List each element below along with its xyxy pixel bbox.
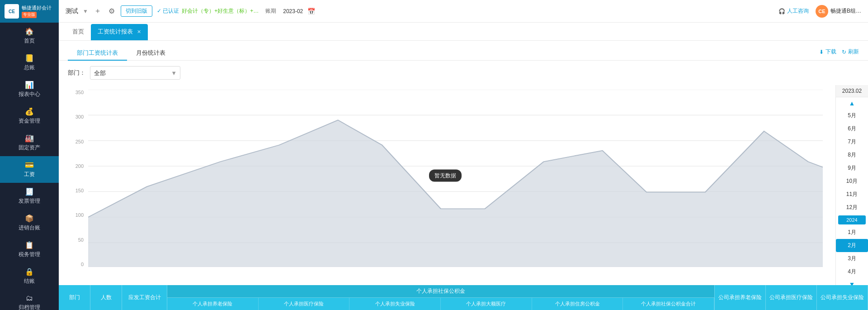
- sidebar-item-closing[interactable]: 🔒 结账: [0, 263, 59, 290]
- date-panel: 2023.02 ▲ 5月 6月 7月 8月 9月 10月 11月 12月 202…: [835, 85, 868, 285]
- y-label-50: 50: [78, 237, 84, 243]
- date-nav-down[interactable]: ▼: [836, 278, 868, 285]
- date-month-7[interactable]: 7月: [836, 135, 868, 148]
- th-medical: 个人承担医疗保险: [259, 298, 350, 310]
- topbar-right: 🎧 人工咨询 CE 畅捷通B组…: [778, 5, 861, 18]
- date-month-9[interactable]: 9月: [836, 162, 868, 175]
- salary-icon: 💳: [25, 161, 34, 169]
- filter-row: 部门： 全部 销售部 财务部 人事部 技术部 ▼: [59, 61, 868, 85]
- home-icon: 🏠: [25, 27, 34, 36]
- th-dept: 部门: [59, 285, 90, 310]
- tabs-bar: 首页 工资统计报表 ✕: [59, 23, 868, 41]
- chart-svg-wrapper: 350 300 250 200 150 100 50 0: [68, 90, 823, 281]
- ledger-icon: 📒: [25, 54, 34, 62]
- funds-icon: 💰: [25, 107, 34, 116]
- th-total-salary: 应发工资合计: [122, 285, 167, 310]
- topbar: 测试 ▼ ＋ ⚙ 切到旧版 ✓ 已认证 好会计（专）+好生意（标）+… 账期 2…: [59, 0, 868, 23]
- th-group-personal-insurance: 个人承担社保公积金 个人承担养老保险 个人承担医疗保险 个人承担失业保险: [167, 285, 715, 310]
- chart-tooltip: 暂无数据: [429, 169, 462, 181]
- sub-tabs: 部门工资统计表 月份统计表 ⬇ 下载 ↻ 刷新: [59, 41, 868, 61]
- th-group-sub-row: 个人承担养老保险 个人承担医疗保险 个人承担失业保险 个人承担大额医疗 个人承担: [167, 298, 714, 310]
- download-icon: ⬇: [819, 49, 824, 55]
- sidebar-item-assets[interactable]: 🏭 固定资产: [0, 129, 59, 156]
- date-month-3[interactable]: 3月: [836, 252, 868, 265]
- sidebar-item-reports[interactable]: 📊 报表中心: [0, 76, 59, 103]
- tax-icon: 📋: [25, 241, 34, 249]
- y-label-200: 200: [75, 163, 84, 169]
- sidebar-item-funds[interactable]: 💰 资金管理: [0, 103, 59, 129]
- dept-filter-label: 部门：: [68, 69, 85, 77]
- sub-tab-actions: ⬇ 下载 ↻ 刷新: [819, 46, 859, 60]
- sub-tab-dept[interactable]: 部门工资统计表: [68, 46, 127, 61]
- chart-date-container: 350 300 250 200 150 100 50 0: [59, 85, 868, 285]
- tab-home[interactable]: 首页: [66, 24, 91, 40]
- date-month-8[interactable]: 8月: [836, 148, 868, 162]
- assets-icon: 🏭: [25, 134, 34, 143]
- closing-icon: 🔒: [25, 267, 34, 276]
- date-month-11[interactable]: 11月: [836, 188, 868, 201]
- logo-text: 畅捷通好会计 专业版: [22, 5, 52, 18]
- date-month-10[interactable]: 10月: [836, 175, 868, 188]
- logo-icon: CE: [5, 4, 19, 19]
- date-panel-header: 2023.02: [836, 85, 868, 97]
- tab-salary-stats[interactable]: 工资统计报表 ✕: [91, 24, 148, 40]
- th-pension: 个人承担养老保险: [167, 298, 259, 310]
- sidebar: CE 畅捷通好会计 专业版 🏠 首页 📒 总账 📊 报表中心 💰 资金管理 🏭 …: [0, 0, 59, 310]
- y-label-100: 100: [75, 212, 84, 218]
- sidebar-item-invoice[interactable]: 🧾 发票管理: [0, 183, 59, 210]
- user-menu[interactable]: CE 畅捷通B组…: [816, 5, 861, 18]
- sidebar-item-archive[interactable]: 🗂 归档管理: [0, 290, 59, 310]
- th-comp-unemploy: 公司承担失业保险: [817, 285, 868, 310]
- date-month-4[interactable]: 4月: [836, 265, 868, 278]
- service-btn[interactable]: 🎧 人工咨询: [778, 7, 809, 15]
- switch-old-version-button[interactable]: 切到旧版: [121, 5, 152, 17]
- sidebar-item-home[interactable]: 🏠 首页: [0, 23, 59, 49]
- dept-select[interactable]: 全部 销售部 财务部 人事部 技术部: [90, 66, 180, 80]
- th-group-title: 个人承担社保公积金: [167, 285, 714, 298]
- product-badge: 好会计（专）+好生意（标）+…: [182, 7, 259, 15]
- period-label: 账期: [265, 7, 276, 15]
- download-button[interactable]: ⬇ 下载: [819, 48, 836, 56]
- certified-badge: ✓ 已认证: [157, 7, 179, 15]
- badges-area: ✓ 已认证 好会计（专）+好生意（标）+…: [157, 7, 259, 15]
- refresh-button[interactable]: ↻ 刷新: [842, 48, 859, 56]
- chart-area: 350 300 250 200 150 100 50 0: [59, 85, 868, 285]
- archive-icon: 🗂: [26, 294, 33, 302]
- sidebar-logo: CE 畅捷通好会计 专业版: [0, 0, 59, 23]
- main-content: 测试 ▼ ＋ ⚙ 切到旧版 ✓ 已认证 好会计（专）+好生意（标）+… 账期 2…: [59, 0, 868, 310]
- dept-filter-wrapper: 全部 销售部 财务部 人事部 技术部 ▼: [90, 66, 180, 80]
- date-month-6[interactable]: 6月: [836, 122, 868, 135]
- th-count: 人数: [90, 285, 122, 310]
- table-header-row: 部门 人数 应发工资合计 个人承担社保公积金 个人承担养老保险: [59, 285, 868, 310]
- company-dropdown-arrow: ▼: [83, 8, 88, 14]
- settings-button[interactable]: ⚙: [107, 5, 116, 17]
- tab-close-icon[interactable]: ✕: [137, 29, 141, 34]
- date-month-5[interactable]: 5月: [836, 109, 868, 122]
- th-insurance-total: 个人承担社保公积金合计: [623, 298, 714, 310]
- calendar-icon[interactable]: 📅: [307, 8, 315, 15]
- sidebar-item-tax[interactable]: 📋 税务管理: [0, 236, 59, 263]
- sidebar-item-salary[interactable]: 💳 工资: [0, 156, 59, 183]
- add-button[interactable]: ＋: [93, 5, 103, 17]
- year-2024-badge: 2024: [838, 215, 866, 224]
- y-axis-labels: 350 300 250 200 150 100 50 0: [68, 90, 86, 267]
- sidebar-item-ledger[interactable]: 📒 总账: [0, 49, 59, 76]
- sidebar-nav: 🏠 首页 📒 总账 📊 报表中心 💰 资金管理 🏭 固定资产 💳 工资 🧾 发票…: [0, 23, 59, 310]
- sub-tab-monthly[interactable]: 月份统计表: [127, 46, 175, 61]
- date-nav-up[interactable]: ▲: [836, 97, 868, 109]
- refresh-icon: ↻: [842, 49, 846, 55]
- th-comp-medical: 公司承担医疗保险: [766, 285, 817, 310]
- sidebar-item-inventory[interactable]: 📦 进销台账: [0, 210, 59, 236]
- date-month-2-active[interactable]: 2月: [836, 239, 868, 252]
- invoice-icon: 🧾: [25, 187, 34, 196]
- date-month-1[interactable]: 1月: [836, 226, 868, 239]
- th-serious-illness: 个人承担大额医疗: [441, 298, 532, 310]
- inventory-icon: 📦: [25, 214, 34, 223]
- reports-icon: 📊: [25, 81, 34, 89]
- y-label-150: 150: [75, 188, 84, 193]
- th-unemploy: 个人承担失业保险: [349, 298, 441, 310]
- table-footer-header: 部门 人数 应发工资合计 个人承担社保公积金 个人承担养老保险: [59, 285, 868, 310]
- y-label-350: 350: [75, 90, 84, 95]
- avatar: CE: [816, 5, 828, 18]
- date-month-12[interactable]: 12月: [836, 201, 868, 214]
